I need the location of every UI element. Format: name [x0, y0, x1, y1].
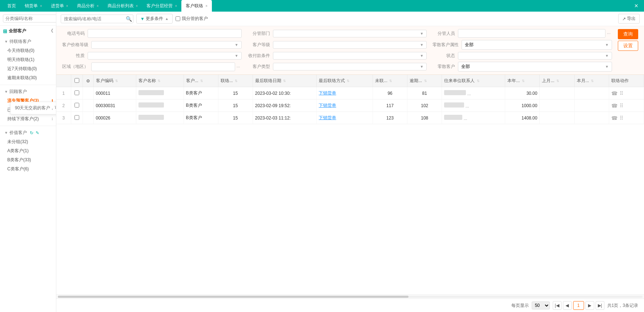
- th-contact[interactable]: 联络... ⇅: [218, 75, 253, 87]
- th-last-method[interactable]: 最后联络方式 ⇅: [317, 75, 373, 87]
- tab-customer-contact-close[interactable]: ×: [205, 4, 208, 8]
- filter-status-select[interactable]: ▼: [458, 52, 612, 60]
- horizontal-scrollbar[interactable]: [56, 294, 644, 299]
- value-edit-icon[interactable]: ✎: [36, 130, 39, 135]
- row-1-more-icon[interactable]: ⠿: [620, 90, 623, 96]
- my-customers-checkbox[interactable]: [176, 16, 180, 21]
- row-3-last-method[interactable]: 下销货单: [317, 112, 373, 124]
- group-review-header[interactable]: ▼ 回顾客户: [0, 87, 56, 96]
- filter-dept-select[interactable]: ▼: [273, 30, 427, 37]
- sidebar-item-today-contact[interactable]: 今天待联络(0): [0, 46, 56, 55]
- tab-customer-segment-close[interactable]: ×: [175, 4, 177, 8]
- my-customers-checkbox-wrap[interactable]: 我分管的客户: [176, 16, 208, 22]
- tab-product-analysis-close[interactable]: ×: [97, 4, 99, 8]
- scrollbar-track[interactable]: [58, 296, 643, 298]
- th-last-month[interactable]: 上月... ⇅: [540, 75, 574, 87]
- th-this-month[interactable]: 本月... ⇅: [574, 75, 609, 87]
- sidebar-item-7day-contact[interactable]: 近7天待联络(0): [0, 64, 56, 73]
- filter-region-input[interactable]: [91, 62, 235, 71]
- row-2-more-icon[interactable]: ⠿: [620, 103, 623, 109]
- page-size-select[interactable]: 50 100 200: [532, 301, 550, 309]
- filter-manager-dots[interactable]: ···: [605, 31, 612, 36]
- filter-retail-attr-select[interactable]: 全部 ▼: [462, 40, 612, 50]
- th-this-year[interactable]: 本年... ⇅: [505, 75, 540, 87]
- tab-sales-close[interactable]: ×: [40, 4, 42, 8]
- sidebar-item-a-class[interactable]: A类客户(1): [0, 146, 56, 155]
- table-settings-icon[interactable]: ⚙: [86, 78, 90, 84]
- sidebar-item-overdue-contact[interactable]: 逾期未联络(30): [0, 73, 56, 82]
- select-all-checkbox[interactable]: [75, 78, 79, 83]
- tab-home[interactable]: 首页: [3, 0, 20, 12]
- filter-phone-input[interactable]: [88, 29, 242, 38]
- row-3-check[interactable]: [71, 112, 82, 124]
- tab-purchase-order[interactable]: 进货单 ×: [47, 0, 73, 12]
- tab-product-analysis-list[interactable]: 商品分析列表 ×: [103, 0, 142, 12]
- row-2-last-method[interactable]: 下销货单: [317, 100, 373, 112]
- row-2-check[interactable]: [71, 100, 82, 112]
- filter-retail-customer-select[interactable]: 全部 ▼: [458, 62, 612, 72]
- th-last-date[interactable]: 最后联络日期 ⇅: [253, 75, 316, 87]
- filter-payment-select[interactable]: ▼: [273, 52, 427, 60]
- row-1-contact-icon[interactable]: ☎: [611, 90, 617, 96]
- th-unit-contact[interactable]: 往来单位联系人 ⇅: [442, 75, 505, 87]
- group-value-header[interactable]: ▼ 价值客户 ↻ ✎: [0, 128, 56, 137]
- row-3-contact-icon[interactable]: ☎: [611, 115, 617, 121]
- row-3-num: 3: [56, 112, 71, 124]
- query-button[interactable]: 查询: [618, 29, 638, 39]
- tab-product-analysis[interactable]: 商品分析 ×: [73, 0, 103, 12]
- row-3-more-icon[interactable]: ⠿: [620, 115, 623, 121]
- tab-home-label: 首页: [7, 3, 16, 9]
- row-3-checkbox[interactable]: [75, 115, 79, 120]
- row-3-expand: [82, 112, 93, 124]
- page-last-btn[interactable]: ▶|: [596, 301, 604, 310]
- search-input[interactable]: [61, 15, 133, 23]
- th-settings[interactable]: ⚙: [82, 75, 93, 87]
- close-all-tabs[interactable]: ×: [631, 2, 641, 10]
- export-btn[interactable]: ↗ 导出: [618, 14, 640, 24]
- filter-customer-type-select[interactable]: ▼: [273, 63, 427, 70]
- sidebar-item-tomorrow-contact[interactable]: 明天待联络(1): [0, 55, 56, 64]
- tab-product-list-close[interactable]: ×: [136, 4, 138, 8]
- sidebar-item-ungrouped[interactable]: 未分组(32): [0, 137, 56, 146]
- page-first-btn[interactable]: |◀: [553, 301, 562, 310]
- sidebar-all-customers[interactable]: ⊞ 全部客户 《: [0, 26, 56, 36]
- th-code[interactable]: 客户编码 ⇅: [93, 75, 136, 87]
- th-name[interactable]: 客户名称 ⇅: [136, 75, 184, 87]
- tab-purchase-close[interactable]: ×: [66, 4, 68, 8]
- filter-price-level-select[interactable]: ▼: [91, 41, 242, 49]
- row-1-check[interactable]: [71, 87, 82, 100]
- filter-region-dots[interactable]: ···: [235, 64, 242, 69]
- filter-nature-select[interactable]: ▼: [88, 52, 242, 60]
- row-2-checkbox[interactable]: [75, 103, 79, 108]
- row-1-checkbox[interactable]: [75, 90, 79, 95]
- sidebar-search-input[interactable]: [3, 15, 56, 23]
- row-2-this-month: [574, 100, 609, 112]
- tab-customer-contact[interactable]: 客户联络 ×: [181, 0, 212, 12]
- value-refresh-icon[interactable]: ↻: [30, 130, 33, 135]
- row-2-num: 2: [56, 100, 71, 112]
- search-button[interactable]: 🔍: [126, 16, 132, 22]
- tab-sales-order[interactable]: 销货单 ×: [20, 0, 47, 12]
- tab-customer-segment[interactable]: 客户分层经营 ×: [142, 0, 181, 12]
- group-pending-header[interactable]: ▼ 待联络客户: [0, 37, 56, 46]
- page-current-input[interactable]: [573, 301, 584, 310]
- filter-customer-level-select[interactable]: ▼: [273, 41, 427, 49]
- th-uncontacted[interactable]: 未联... ⇅: [373, 75, 407, 87]
- sidebar-item-b-class[interactable]: B类客户(33): [0, 155, 56, 165]
- row-2-contact-icon[interactable]: ☎: [611, 103, 617, 109]
- collapse-sidebar-btn[interactable]: 《: [49, 28, 53, 34]
- page-next-btn[interactable]: ▶: [585, 301, 594, 310]
- sidebar-item-c-class[interactable]: C类客户(6): [0, 165, 56, 174]
- filter-manager-input[interactable]: [458, 29, 605, 38]
- sidebar-item-declining[interactable]: 持续下滑客户(2) ℹ: [0, 114, 56, 123]
- th-check[interactable]: [71, 75, 82, 87]
- scrollbar-thumb[interactable]: [58, 296, 408, 298]
- page-prev-btn[interactable]: ◀: [563, 301, 572, 310]
- th-overdue[interactable]: 逾期... ⇅: [407, 75, 442, 87]
- more-conditions-btn[interactable]: ▼ 更多条件 ▲: [136, 14, 173, 24]
- row-1-last-method[interactable]: 下销货单: [317, 87, 373, 100]
- th-type[interactable]: 客户... ⇅: [184, 75, 218, 87]
- filter-customer-level-chevron: ▼: [420, 43, 423, 47]
- settings-button[interactable]: 设置: [618, 41, 638, 51]
- declining-info-icon[interactable]: ℹ: [52, 117, 53, 121]
